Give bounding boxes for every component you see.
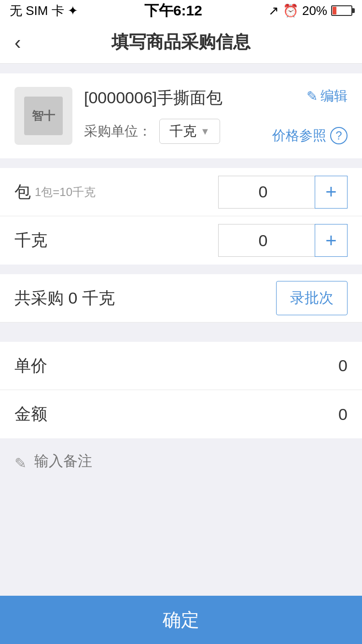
- kg-plus-button[interactable]: +: [315, 224, 348, 257]
- unit-price-row: 单价 0: [0, 342, 362, 390]
- price-ref-label: 价格参照: [272, 126, 326, 145]
- dropdown-arrow-icon: ▼: [200, 126, 210, 137]
- sim-signal-text: 无 SIM 卡 ✦: [10, 2, 78, 19]
- help-icon: ?: [330, 127, 348, 144]
- bag-label: 包: [14, 181, 31, 203]
- amount-row: 金额 0: [0, 390, 362, 438]
- nav-bar: ‹ 填写商品采购信息: [0, 21, 362, 64]
- back-button[interactable]: ‹: [14, 33, 21, 52]
- divider-2: [0, 322, 362, 332]
- amount-value: 0: [338, 405, 348, 424]
- alarm-icon: ⏰: [283, 3, 298, 18]
- kg-label: 千克: [14, 229, 47, 252]
- price-section: 单价 0 金额 0: [0, 342, 362, 438]
- edit-button[interactable]: ✎ 编辑: [306, 87, 348, 105]
- status-left: 无 SIM 卡 ✦: [10, 2, 78, 19]
- edit-icon: ✎: [306, 88, 318, 104]
- unit-dropdown[interactable]: 千克 ▼: [159, 119, 220, 144]
- confirm-button[interactable]: 确定: [0, 596, 362, 644]
- status-right: ↗ ⏰ 20%: [268, 3, 352, 18]
- product-image: 智十: [14, 87, 72, 145]
- total-section: 共采购 0 千克 录批次: [0, 274, 362, 322]
- kg-input-row: 千克 +: [0, 216, 362, 265]
- status-bar: 无 SIM 卡 ✦ 下午6:12 ↗ ⏰ 20%: [0, 0, 362, 21]
- kg-quantity-input[interactable]: [218, 224, 315, 257]
- bag-plus-button[interactable]: +: [315, 176, 348, 209]
- input-section: 包 1包=10千克 + 千克 +: [0, 168, 362, 265]
- bag-quantity-input[interactable]: [218, 176, 315, 209]
- product-logo-icon: 智十: [32, 110, 55, 122]
- total-text: 共采购 0 千克: [14, 287, 115, 309]
- product-thumbnail: 智十: [24, 97, 63, 135]
- battery-icon: [331, 5, 352, 16]
- status-time: 下午6:12: [144, 1, 202, 21]
- record-batch-button[interactable]: 录批次: [276, 281, 348, 315]
- unit-label: 采购单位：: [84, 122, 152, 140]
- pencil-icon: ✎: [14, 455, 27, 472]
- edit-label: 编辑: [320, 87, 348, 105]
- notes-section: ✎: [0, 438, 362, 487]
- bag-input-right: +: [218, 176, 348, 209]
- divider-1: [0, 158, 362, 168]
- notes-input[interactable]: [34, 453, 348, 469]
- battery-text: 20%: [302, 3, 327, 18]
- bag-sublabel: 1包=10千克: [35, 184, 96, 200]
- bag-input-row: 包 1包=10千克 +: [0, 168, 362, 216]
- kg-input-right: +: [218, 224, 348, 257]
- location-icon: ↗: [268, 3, 279, 18]
- product-card: 智十 [0000006]手撕面包 采购单位： 千克 ▼ ✎ 编辑 价格参照 ?: [0, 73, 362, 158]
- unit-value: 千克: [169, 122, 196, 140]
- page-title: 填写商品采购信息: [111, 30, 251, 54]
- amount-label: 金额: [14, 403, 47, 425]
- price-reference-button[interactable]: 价格参照 ?: [272, 126, 348, 145]
- unit-price-label: 单价: [14, 355, 47, 377]
- unit-price-value: 0: [338, 356, 348, 375]
